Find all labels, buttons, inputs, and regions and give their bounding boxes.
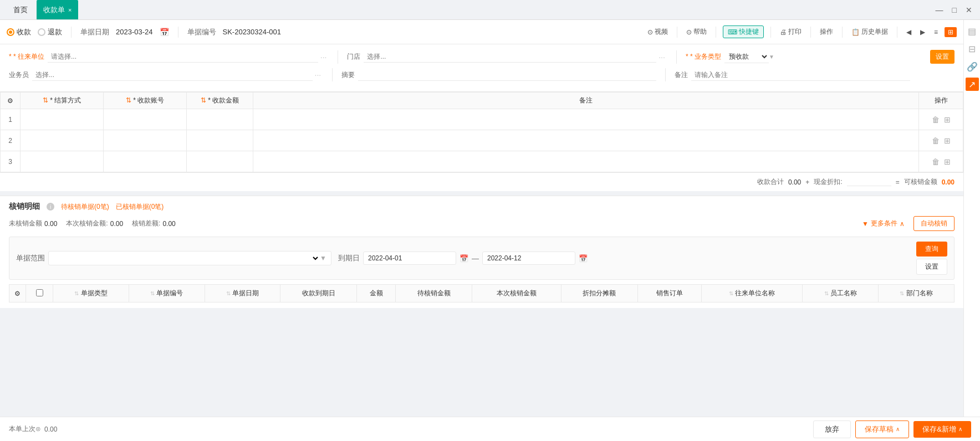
pending-tab[interactable]: 待核销单据(0笔) [61,202,109,212]
store-more-btn[interactable]: ··· [656,53,667,61]
verify-info-icon[interactable]: i [47,203,54,211]
radio-collection[interactable]: 收款 [7,27,31,37]
minimize-btn[interactable]: — [932,4,947,16]
counterpart-more-btn[interactable]: ··· [318,53,329,61]
row-account-2[interactable] [104,130,187,151]
counterpart-input[interactable] [48,51,318,63]
operate-btn[interactable]: 操作 [818,26,835,38]
remark-label: 备注 [675,70,688,80]
row-account-1[interactable] [104,109,187,130]
row-account-3[interactable] [104,151,187,172]
delete-icon-2[interactable]: 🗑 [932,136,940,145]
nav-prev-btn[interactable]: ◀ [904,27,913,37]
store-input[interactable] [364,51,656,63]
more-conditions-btn[interactable]: ▼ 更多条件 ∧ [862,219,905,228]
store-label: 门店 [347,52,360,61]
table-row: 2 🗑 ⊞ [1,130,963,151]
cal-from-icon[interactable]: 📅 [460,254,468,263]
current-value: 0.00 [110,220,123,228]
done-tab[interactable]: 已核销单据(0笔) [116,202,164,212]
save-new-btn[interactable]: 保存&新增 ∧ [913,421,971,438]
sidebar-expand-icon[interactable]: ↗ [966,78,979,91]
print-btn[interactable]: 🖨 打印 [778,26,804,38]
row-note-1[interactable] [253,109,919,130]
summary-label: 摘要 [341,70,355,80]
summary-input[interactable] [358,69,656,81]
col-note-header: 备注 [253,93,919,109]
sidebar-table-icon[interactable]: ▤ [966,24,979,38]
range-select[interactable] [53,254,320,263]
video-btn[interactable]: ⊙ 视频 [645,26,670,38]
tab-close-btn[interactable]: × [68,7,72,13]
maximize-btn[interactable]: □ [949,4,960,16]
auto-verify-btn[interactable]: 自动核销 [913,216,955,231]
col-discount-header: 折扣分摊额 [561,285,637,302]
summary-row: 收款合计 0.00 + 现金折扣: = 可核销金额 0.00 [0,172,963,191]
table-row: 3 🗑 ⊞ [1,151,963,172]
copy-icon-1[interactable]: ⊞ [944,115,951,124]
copy-icon-2[interactable]: ⊞ [944,136,951,145]
delete-icon-1[interactable]: 🗑 [932,115,940,124]
row-method-2[interactable] [21,130,104,151]
date-value: 2023-03-24 [116,28,153,36]
due-date-label: 到期日 [338,253,360,263]
order-label: 本单上次⊙ [9,424,41,434]
select-all-checkbox[interactable] [36,289,43,296]
help-btn[interactable]: ⊙ 帮助 [684,26,709,38]
order-value: 0.00 [44,425,57,433]
shortcut-btn[interactable]: ⌨ 快捷键 [723,25,764,38]
gear-icon-bottom[interactable]: ⚙ [14,290,21,298]
discard-btn[interactable]: 放弃 [813,421,851,438]
sidebar-list-icon[interactable]: ⊟ [966,42,979,55]
date-picker-icon[interactable]: 📅 [160,28,169,37]
tab-home[interactable]: 首页 [4,0,37,19]
copy-icon-3[interactable]: ⊞ [944,157,951,166]
history-icon: 📋 [851,28,860,36]
col-pending-header: 待核销金额 [396,285,472,302]
delete-icon-3[interactable]: 🗑 [932,157,940,166]
row-method-3[interactable] [21,151,104,172]
row-method-1[interactable] [21,109,104,130]
row-action-1: 🗑 ⊞ [919,109,963,130]
grid-btn[interactable]: ⊞ [945,27,957,37]
save-draft-btn[interactable]: 保存草稿 ∧ [855,421,909,438]
history-btn[interactable]: 📋 历史单据 [849,26,890,38]
date-to-input[interactable] [482,252,575,265]
verify-settings-btn[interactable]: 设置 [916,259,947,275]
filter-row: 单据范围 ▼ 到期日 📅 — 📅 查询 设置 [9,237,955,280]
close-btn[interactable]: ✕ [962,4,976,16]
range-select-wrap: ▼ [48,251,331,265]
range-field: 单据范围 ▼ [16,251,331,265]
nav-next-btn[interactable]: ▶ [918,27,927,37]
staff-input[interactable] [32,69,313,81]
row-amount-1[interactable] [187,109,253,130]
discount-label: 现金折扣: [814,177,842,187]
remark-input[interactable] [691,69,910,81]
summary-field: 摘要 [341,69,656,81]
sidebar-link-icon[interactable]: 🔗 [966,60,979,73]
table-area: ⚙ ⇅ * 结算方式 ⇅ * 收款账号 ⇅ * 收款金额 [0,92,963,191]
row-amount-3[interactable] [187,151,253,172]
query-btn[interactable]: 查询 [916,242,947,257]
row-amount-2[interactable] [187,130,253,151]
doc-num-label: 单据编号 [187,27,216,37]
row-note-2[interactable] [253,130,919,151]
divider-7 [842,27,843,38]
date-from-input[interactable] [363,252,456,265]
divider-2 [178,27,178,38]
cal-to-icon[interactable]: 📅 [579,254,588,263]
discount-input[interactable] [847,178,891,186]
diff-label: 核销差额: [132,219,160,228]
radio-refund[interactable]: 退款 [38,27,62,37]
col-action-header: 操作 [919,93,963,109]
col-gear-header[interactable]: ⚙ [1,93,21,109]
form-settings-btn[interactable]: 设置 [930,50,955,64]
layout-btn[interactable]: ≡ [932,27,940,37]
staff-more-btn[interactable]: ··· [313,70,324,79]
staff-label: 业务员 [9,70,29,80]
row-note-3[interactable] [253,151,919,172]
tab-collection[interactable]: 收款单 × [37,0,78,19]
biz-type-select[interactable]: 预收款 [724,50,769,63]
date-separator: — [472,254,479,263]
form-divider-4 [665,68,666,81]
